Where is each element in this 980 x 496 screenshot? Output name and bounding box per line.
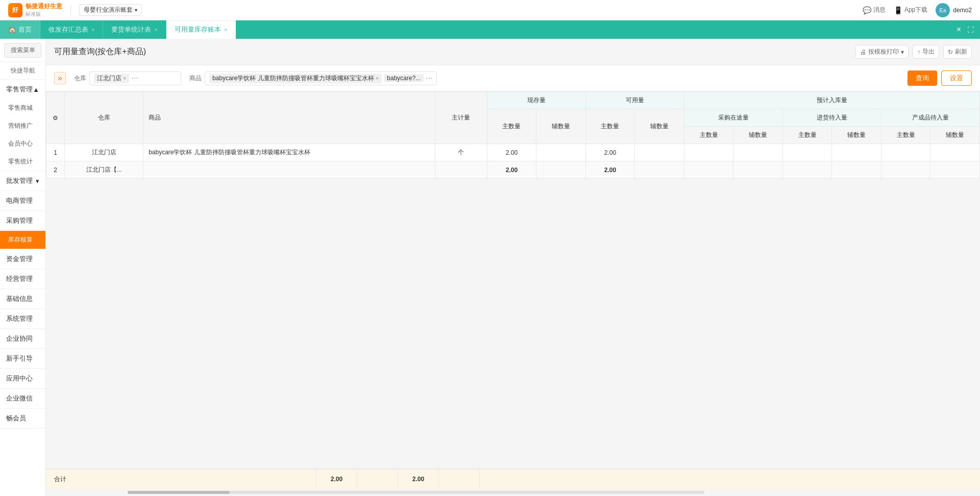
sidebar-group-operations: 经营管理 bbox=[0, 269, 45, 289]
sidebar-group-appstore-title[interactable]: 应用中心 bbox=[0, 369, 45, 388]
sidebar-group-ecommerce-title[interactable]: 电商管理 bbox=[0, 191, 45, 210]
table-header-stock-main: 主数量 bbox=[487, 109, 536, 144]
tab-home[interactable]: 🏠 首页 bbox=[0, 20, 40, 39]
row2-unit bbox=[435, 161, 487, 179]
sidebar-group-purchase: 采购管理 bbox=[0, 211, 45, 231]
sidebar-item-marketing[interactable]: 营销推广 bbox=[0, 117, 45, 135]
table-header-avail-aux: 辅数量 bbox=[635, 109, 684, 144]
sidebar-group-retail-title[interactable]: 零售管理 ▲ bbox=[0, 80, 45, 99]
page-actions: 🖨 按模板打印 ▾ ↑ 导出 ↻ 刷新 bbox=[855, 45, 972, 59]
row1-inb-aux bbox=[832, 144, 881, 161]
warehouse-more-btn[interactable]: ··· bbox=[131, 74, 138, 83]
table-header-gear[interactable]: ⚙ bbox=[46, 92, 65, 144]
sidebar-group-system-title[interactable]: 系统管理 bbox=[0, 309, 45, 328]
tab-inventory[interactable]: 可用量库存账本 × bbox=[166, 20, 236, 39]
gear-icon: ⚙ bbox=[53, 114, 58, 122]
user-name: demo2 bbox=[953, 7, 972, 14]
footer-avail-aux bbox=[439, 469, 480, 489]
page-header: 可用量查询(按仓库+商品) 🖨 按模板打印 ▾ ↑ 导出 ↻ 刷新 bbox=[46, 39, 980, 65]
sidebar-item-retail-mall[interactable]: 零售商城 bbox=[0, 99, 45, 117]
query-btn[interactable]: 查询 bbox=[908, 70, 937, 86]
row1-fin-main bbox=[881, 144, 930, 161]
top-bar-right: 💬 消息 📱 App下载 Ea demo2 bbox=[863, 3, 972, 17]
maximize-btn[interactable]: ⛶ bbox=[965, 24, 976, 36]
close-tab-inventory[interactable]: × bbox=[224, 27, 227, 33]
table-header-fin-main: 主数量 bbox=[881, 127, 930, 144]
content-area: 可用量查询(按仓库+商品) 🖨 按模板打印 ▾ ↑ 导出 ↻ 刷新 » bbox=[46, 39, 980, 496]
table-header-forecast: 预计入库量 bbox=[684, 92, 979, 109]
table-header-avail-main: 主数量 bbox=[585, 109, 635, 144]
footer-stock-main: 2.00 bbox=[316, 469, 357, 489]
sidebar-search-btn[interactable]: 搜索菜单 bbox=[4, 43, 41, 58]
sidebar-group-finance-title[interactable]: 资金管理 bbox=[0, 249, 45, 269]
table-header-inb-main: 主数量 bbox=[782, 127, 832, 144]
table-header-pur-aux: 辅数量 bbox=[733, 127, 783, 144]
export-btn[interactable]: ↑ 导出 bbox=[913, 45, 939, 59]
sidebar-item-retail-stats[interactable]: 零售统计 bbox=[0, 153, 45, 171]
product-more-btn[interactable]: ··· bbox=[426, 74, 432, 83]
sidebar-group-newbie: 新手引导 bbox=[0, 349, 45, 369]
row2-avail-main: 2.00 bbox=[585, 161, 635, 179]
close-all-tabs-btn[interactable]: × bbox=[954, 23, 963, 36]
refresh-btn[interactable]: ↻ 刷新 bbox=[943, 45, 972, 59]
row1-inb-main bbox=[782, 144, 832, 161]
sidebar-item-inventory-active[interactable]: 库存核算 bbox=[0, 231, 45, 249]
remove-warehouse-tag[interactable]: × bbox=[123, 75, 126, 81]
product-filter-group: 商品 babycare学饮杯 儿童防摔防撞吸管杯重力球吸嘴杯宝宝水杯 × bab… bbox=[189, 72, 437, 85]
industry-selector[interactable]: 母婴行业演示账套 ▾ bbox=[79, 4, 142, 16]
table-header-fin-aux: 辅数量 bbox=[930, 127, 980, 144]
print-chevron-icon: ▾ bbox=[901, 49, 904, 56]
sidebar-group-purchase-title[interactable]: 采购管理 bbox=[0, 211, 45, 230]
message-icon: 💬 bbox=[863, 6, 871, 14]
footer-label: 合计 bbox=[46, 469, 316, 489]
footer-total-row: 合计 2.00 2.00 bbox=[46, 468, 980, 489]
sidebar-group-operations-title[interactable]: 经营管理 bbox=[0, 269, 45, 289]
sidebar-group-wholesale-title[interactable]: 批发管理 ▾ bbox=[0, 171, 45, 191]
data-table: ⚙ 仓库 商品 主计量 现存量 bbox=[46, 91, 980, 179]
product-input[interactable]: babycare学饮杯 儿童防摔防撞吸管杯重力球吸嘴杯宝宝水杯 × babyca… bbox=[205, 72, 437, 85]
row2-avail-aux bbox=[635, 161, 684, 179]
app-download-btn[interactable]: 📱 App下载 bbox=[894, 6, 927, 14]
row2-warehouse: 江北门店【... bbox=[65, 161, 143, 179]
logo-area: 好 畅捷通好生意 标准版 bbox=[8, 2, 62, 18]
sidebar-group-enterprise: 企业协同 bbox=[0, 329, 45, 349]
sidebar-group-wechat-title[interactable]: 企业微信 bbox=[0, 389, 45, 408]
home-icon: 🏠 bbox=[8, 26, 16, 34]
quick-nav-btn[interactable]: 快捷导航 bbox=[0, 62, 45, 80]
message-btn[interactable]: 💬 消息 bbox=[863, 6, 886, 14]
print-btn[interactable]: 🖨 按模板打印 ▾ bbox=[855, 45, 909, 59]
row2-product bbox=[143, 161, 435, 179]
row1-pur-main bbox=[684, 144, 733, 161]
close-tab-order[interactable]: × bbox=[154, 27, 157, 33]
page-title: 可用量查询(按仓库+商品) bbox=[54, 46, 146, 57]
filter-expand-btn[interactable]: » bbox=[54, 72, 66, 84]
close-tab-receive[interactable]: × bbox=[91, 27, 94, 33]
scroll-track[interactable] bbox=[128, 491, 704, 494]
tab-order[interactable]: 要货单统计表 × bbox=[103, 20, 166, 39]
logo-icon: 好 bbox=[8, 3, 22, 17]
remove-product-tag1[interactable]: × bbox=[376, 75, 379, 81]
sidebar-group-newbie-title[interactable]: 新手引导 bbox=[0, 349, 45, 368]
sidebar-search-area: 搜索菜单 bbox=[0, 39, 45, 62]
user-area[interactable]: Ea demo2 bbox=[936, 3, 972, 17]
chevron-icon-wholesale: ▾ bbox=[36, 177, 39, 185]
sidebar-group-member-title[interactable]: 畅会员 bbox=[0, 409, 45, 428]
top-bar: 好 畅捷通好生意 标准版 母婴行业演示账套 ▾ 💬 消息 📱 App下载 Ea … bbox=[0, 0, 980, 20]
row1-pur-aux bbox=[733, 144, 783, 161]
table-header-product: 商品 bbox=[143, 92, 435, 144]
table-wrapper[interactable]: ⚙ 仓库 商品 主计量 现存量 bbox=[46, 91, 980, 468]
sidebar-group-enterprise-title[interactable]: 企业协同 bbox=[0, 329, 45, 348]
row2-pur-aux bbox=[733, 161, 783, 179]
tab-receive[interactable]: 收发存汇总表 × bbox=[40, 20, 103, 39]
table-header-warehouse: 仓库 bbox=[65, 92, 143, 144]
top-bar-left: 好 畅捷通好生意 标准版 母婴行业演示账套 ▾ bbox=[8, 2, 142, 18]
sidebar-group-wechat: 企业微信 bbox=[0, 389, 45, 409]
sidebar-group-finance: 资金管理 bbox=[0, 249, 45, 269]
row2-stock-aux bbox=[536, 161, 586, 179]
warehouse-input[interactable]: 江北门店 × ··· bbox=[89, 72, 181, 85]
sidebar-item-member-center[interactable]: 会员中心 bbox=[0, 135, 45, 153]
settings-btn[interactable]: 设置 bbox=[941, 70, 972, 86]
sidebar-group-basic-title[interactable]: 基础信息 bbox=[0, 289, 45, 309]
scroll-thumb[interactable] bbox=[128, 491, 230, 494]
row2-inb-main bbox=[782, 161, 832, 179]
